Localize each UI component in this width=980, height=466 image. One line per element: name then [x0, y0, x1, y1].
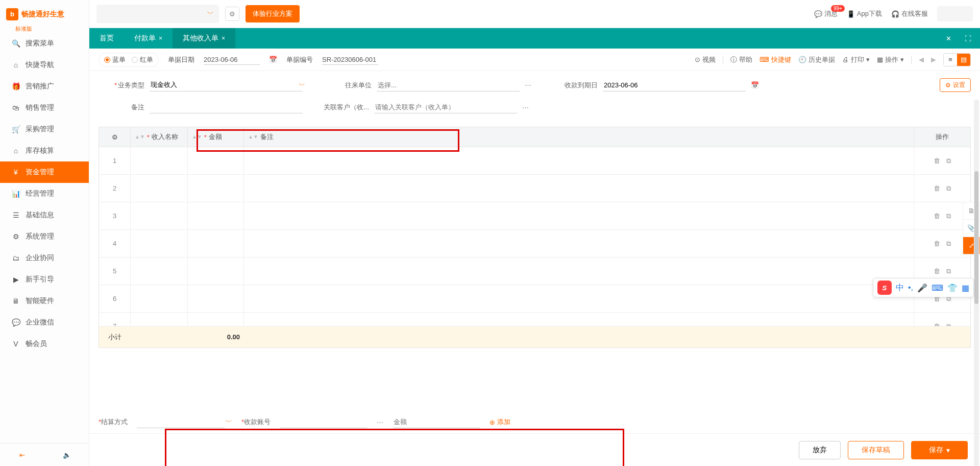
delete-row-icon[interactable]: 🗑 [934, 157, 940, 165]
sidebar-item-9[interactable]: ⚙系统管理 [0, 226, 89, 247]
more-icon[interactable]: ⋯ [525, 81, 531, 89]
settle-account-input[interactable] [280, 416, 368, 428]
save-button[interactable]: 保存▾ [911, 441, 968, 459]
cell-remark[interactable] [244, 258, 914, 285]
cell-name[interactable] [131, 147, 188, 174]
settings-icon[interactable]: ⚙ [225, 7, 239, 21]
ime-logo-icon[interactable]: S [877, 281, 892, 295]
user-avatar[interactable] [937, 6, 973, 21]
scrollbar[interactable] [974, 100, 979, 466]
copy-row-icon[interactable]: ⧉ [946, 267, 951, 275]
calendar-icon[interactable]: 📅 [269, 56, 277, 63]
rel-customer-input[interactable] [374, 101, 517, 113]
sidebar-item-10[interactable]: 🗂企业协同 [0, 247, 89, 269]
cell-name[interactable] [131, 285, 188, 312]
radio-red[interactable]: 红单 [132, 55, 153, 64]
settle-amount-input[interactable] [393, 416, 480, 428]
cell-amount[interactable] [188, 147, 244, 174]
sidebar-item-11[interactable]: ▶新手引导 [0, 269, 89, 290]
cell-amount[interactable] [188, 258, 244, 285]
add-settlement-button[interactable]: ⊕添加 [489, 417, 510, 427]
view-list-button[interactable]: ≡ [944, 54, 957, 66]
cell-remark[interactable] [244, 175, 914, 202]
calendar-icon[interactable]: 📅 [751, 81, 759, 89]
cell-remark[interactable] [244, 147, 914, 174]
ime-keyboard-button[interactable]: ⌨ [932, 283, 943, 293]
copy-row-icon[interactable]: ⧉ [946, 184, 951, 193]
table-row[interactable]: 6🗑⧉ [99, 285, 970, 313]
party-input[interactable] [377, 79, 520, 91]
cell-name[interactable] [131, 175, 188, 202]
table-row[interactable]: 2🗑⧉ [99, 175, 970, 202]
sidebar-item-14[interactable]: V畅会员 [0, 333, 89, 355]
close-icon[interactable]: × [159, 35, 162, 42]
cell-amount[interactable] [188, 202, 244, 229]
cell-amount[interactable] [188, 230, 244, 257]
history-button[interactable]: 🕘历史单据 [798, 55, 835, 64]
table-row[interactable]: 4🗑⧉ [99, 230, 970, 258]
doc-date-value[interactable]: 2023-06-06 [204, 55, 260, 65]
cell-name[interactable] [131, 258, 188, 285]
print-button[interactable]: 🖨打印▾ [842, 55, 870, 64]
cell-remark[interactable] [244, 313, 914, 326]
sort-icon[interactable]: ▲▼ [135, 135, 145, 138]
sidebar-item-5[interactable]: ⌂库存核算 [0, 140, 89, 161]
ime-punct-button[interactable]: •, [908, 283, 913, 292]
more-icon[interactable]: ⋯ [377, 418, 383, 426]
radio-blue[interactable]: 蓝单 [104, 55, 126, 64]
table-row[interactable]: 3🗑⧉ [99, 202, 970, 230]
delete-row-icon[interactable]: 🗑 [934, 322, 940, 326]
cell-amount[interactable] [188, 313, 244, 326]
settle-method-input[interactable] [137, 416, 225, 428]
prev-doc-button[interactable]: ◀ [919, 56, 924, 63]
copy-row-icon[interactable]: ⧉ [946, 322, 951, 327]
sidebar-item-0[interactable]: 🔍搜索菜单 [0, 33, 89, 54]
sidebar-item-13[interactable]: 💬企业微信 [0, 312, 89, 333]
save-draft-button[interactable]: 保存草稿 [848, 441, 904, 459]
copy-row-icon[interactable]: ⧉ [946, 157, 951, 165]
table-row[interactable]: 1🗑⧉ [99, 147, 970, 175]
sidebar-item-8[interactable]: ☰基础信息 [0, 204, 89, 226]
sidebar-item-4[interactable]: 🛒采购管理 [0, 119, 89, 140]
delete-row-icon[interactable]: 🗑 [934, 212, 940, 220]
ime-skin-button[interactable]: 👕 [947, 283, 958, 293]
form-settings-button[interactable]: ⚙设置 [940, 78, 971, 92]
due-date-input[interactable] [603, 79, 746, 91]
sidebar-item-6[interactable]: ¥资金管理 [0, 161, 89, 183]
cell-remark[interactable] [244, 285, 914, 312]
sort-icon[interactable]: ▲▼ [192, 135, 202, 138]
more-icon[interactable]: ⋯ [522, 104, 529, 111]
ime-voice-button[interactable]: 🎤 [917, 283, 927, 293]
video-button[interactable]: ⊙视频 [695, 55, 716, 64]
tab-1[interactable]: 付款单× [124, 28, 173, 49]
sidebar-item-2[interactable]: 🎁营销推广 [0, 76, 89, 97]
cell-amount[interactable] [188, 285, 244, 312]
online-service-button[interactable]: 🎧 在线客服 [891, 9, 928, 18]
experience-button[interactable]: 体验行业方案 [246, 5, 300, 22]
delete-row-icon[interactable]: 🗑 [934, 184, 940, 192]
copy-row-icon[interactable]: ⧉ [946, 240, 951, 248]
cell-amount[interactable] [188, 175, 244, 202]
cell-name[interactable] [131, 313, 188, 326]
cell-name[interactable] [131, 202, 188, 229]
next-doc-button[interactable]: ▶ [931, 56, 936, 63]
view-detail-button[interactable]: ▤ [957, 54, 970, 66]
sidebar-sound-button[interactable]: 🔈 [44, 444, 89, 466]
app-download-button[interactable]: 📱 App下载 [847, 9, 882, 18]
tab-close-all-button[interactable]: ✕ [941, 31, 955, 45]
cell-name[interactable] [131, 230, 188, 257]
tab-0[interactable]: 首页 [89, 28, 124, 49]
help-button[interactable]: ⓘ帮助 [730, 55, 752, 64]
grid-settings-icon[interactable]: ⚙ [99, 127, 131, 147]
cell-remark[interactable] [244, 230, 914, 257]
table-row[interactable]: 5🗑⧉ [99, 258, 970, 285]
close-icon[interactable]: × [222, 35, 225, 42]
sidebar-item-1[interactable]: ⌂快捷导航 [0, 54, 89, 76]
fullscreen-button[interactable]: ⛶ [961, 31, 975, 45]
sidebar-collapse-button[interactable]: ⇤ [0, 444, 44, 466]
ime-lang-button[interactable]: 中 [896, 283, 904, 293]
table-row[interactable]: 7🗑⧉ [99, 313, 970, 326]
copy-row-icon[interactable]: ⧉ [946, 212, 951, 220]
org-selector[interactable]: ﹀ [96, 5, 219, 23]
tab-2[interactable]: 其他收入单× [173, 28, 235, 49]
